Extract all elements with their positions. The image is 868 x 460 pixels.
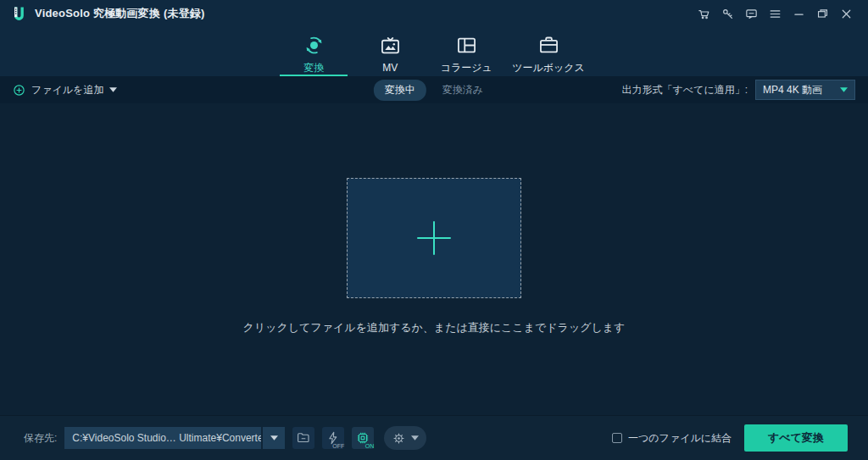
close-button[interactable]: [834, 3, 858, 24]
cart-icon: [697, 7, 711, 21]
caret-down-icon: [109, 87, 117, 92]
gear-icon: [392, 431, 406, 446]
caret-down-icon: [270, 435, 278, 441]
tab-toolbox[interactable]: ツールボックス: [509, 27, 588, 76]
convert-all-button[interactable]: すべて変換: [744, 424, 848, 452]
add-file-button[interactable]: ファイルを追加: [13, 83, 117, 97]
queue-tabs: 変換中 変換済み: [374, 76, 494, 103]
minimize-button[interactable]: [787, 3, 810, 24]
restore-button[interactable]: [810, 3, 834, 24]
main-nav: 変換 MV コラージュ ツールボックス: [0, 27, 868, 76]
feedback-icon: [744, 7, 759, 21]
drop-hint-text: クリックしてファイルを追加するか、または直接にここまでドラッグします: [243, 320, 626, 335]
add-file-label: ファイルを追加: [31, 83, 103, 97]
settings-button[interactable]: [384, 426, 426, 450]
save-destination-label: 保存先:: [24, 431, 57, 446]
convert-icon: [303, 34, 326, 57]
queue-tab-converted[interactable]: 変換済み: [431, 80, 494, 101]
file-dropzone[interactable]: [347, 178, 521, 298]
mv-icon: [379, 35, 402, 58]
output-format-label: 出力形式「すべてに適用」:: [622, 83, 748, 97]
toolbar: ファイルを追加 変換中 変換済み 出力形式「すべてに適用」: MP4 4K 動画: [0, 76, 868, 103]
open-folder-button[interactable]: [292, 427, 314, 449]
tab-convert-label: 変換: [303, 61, 324, 75]
tab-collage[interactable]: コラージュ: [432, 27, 500, 76]
folder-icon: [296, 430, 311, 446]
output-format-value: MP4 4K 動画: [763, 83, 835, 97]
gpu-accel-button[interactable]: ON: [352, 427, 374, 449]
tab-collage-label: コラージュ: [441, 61, 492, 75]
output-format-group: 出力形式「すべてに適用」: MP4 4K 動画: [622, 80, 855, 100]
minimize-icon: [792, 7, 806, 21]
merge-files-label: 一つのファイルに結合: [628, 431, 732, 446]
caret-down-icon: [840, 87, 848, 92]
menu-button[interactable]: [763, 3, 787, 24]
tab-toolbox-label: ツールボックス: [512, 61, 585, 75]
save-path-field[interactable]: C:¥VideoSolo Studio… Ultimate¥Converted: [64, 427, 261, 449]
restore-icon: [815, 7, 830, 21]
toolbox-icon: [537, 34, 560, 57]
key-icon: [721, 7, 735, 21]
gpu-accel-state: ON: [365, 443, 375, 449]
menu-icon: [768, 7, 782, 21]
register-key-button[interactable]: [715, 3, 739, 24]
app-logo-icon: [10, 5, 27, 22]
footer-bar: 保存先: C:¥VideoSolo Studio… Ultimate¥Conve…: [0, 415, 868, 460]
caret-down-icon: [411, 435, 419, 441]
output-format-select[interactable]: MP4 4K 動画: [755, 80, 855, 100]
hardware-accel-button[interactable]: OFF: [322, 427, 344, 449]
tab-mv[interactable]: MV: [356, 27, 424, 76]
queue-tab-converting[interactable]: 変換中: [374, 80, 426, 101]
window-title: VideoSolo 究極動画変換 (未登録): [35, 6, 205, 21]
collage-icon: [455, 34, 478, 57]
merge-files-checkbox[interactable]: [612, 433, 622, 443]
tab-convert[interactable]: 変換: [280, 27, 348, 76]
close-icon: [839, 7, 854, 21]
save-path-dropdown-button[interactable]: [263, 427, 285, 449]
store-cart-button[interactable]: [692, 3, 715, 24]
title-bar: VideoSolo 究極動画変換 (未登録): [0, 0, 868, 27]
tab-mv-label: MV: [382, 62, 398, 74]
plus-cross-icon: [415, 219, 453, 258]
plus-circle-icon: [13, 84, 25, 97]
hardware-accel-state: OFF: [332, 443, 344, 449]
feedback-button[interactable]: [739, 3, 763, 24]
main-area: クリックしてファイルを追加するか、または直接にここまでドラッグします: [0, 103, 868, 415]
merge-files-option[interactable]: 一つのファイルに結合: [612, 431, 732, 446]
titlebar-actions: [692, 3, 858, 24]
